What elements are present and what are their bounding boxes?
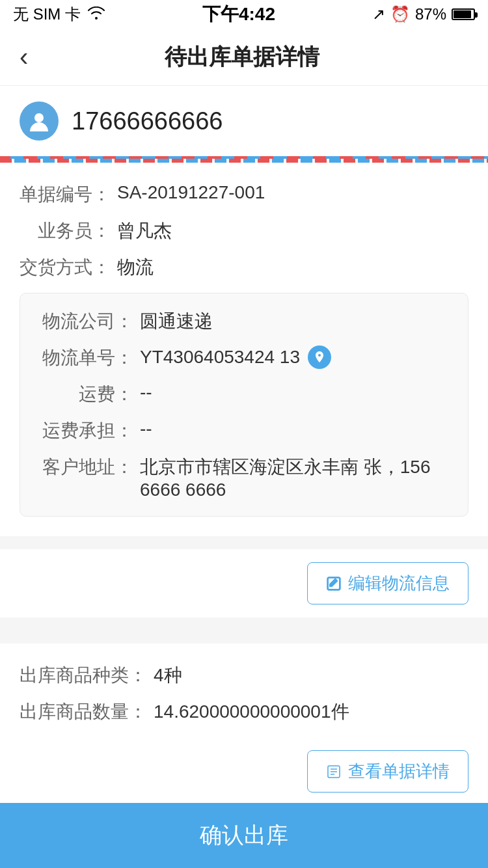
tracking-number-row: 物流单号： YT43064053424 13 (36, 346, 452, 370)
user-phone: 17666666666 (72, 107, 223, 135)
freight-row: 运费： -- (36, 382, 452, 407)
base-info-section: 单据编号： SA-20191227-001 业务员： 曾凡杰 交货方式： 物流 … (0, 163, 488, 536)
alarm-icon: ⏰ (390, 5, 410, 23)
location-active-icon: ↗ (372, 5, 385, 23)
sales-person-label: 业务员： (20, 219, 117, 243)
page-title: 待出库单据详情 (41, 42, 442, 72)
freight-label: 运费： (36, 382, 140, 407)
confirm-bar: 确认出库 (0, 803, 488, 868)
goods-types-label: 出库商品种类： (20, 663, 154, 688)
document-number-row: 单据编号： SA-20191227-001 (20, 182, 468, 207)
tracking-label: 物流单号： (36, 346, 140, 370)
document-number-value: SA-20191227-001 (117, 182, 468, 203)
freight-bearer-row: 运费承担： -- (36, 418, 452, 443)
user-header: 17666666666 (0, 86, 488, 159)
delivery-method-value: 物流 (117, 255, 468, 280)
goods-summary-section: 出库商品种类： 4种 出库商品数量： 14.620000000000001件 (0, 644, 488, 737)
sales-person-row: 业务员： 曾凡杰 (20, 219, 468, 243)
status-left: 无 SIM 卡 (13, 4, 105, 25)
freight-bearer-value: -- (140, 418, 452, 439)
status-right: ↗ ⏰ 87% (372, 5, 475, 23)
customer-address-row: 客户地址： 北京市市辖区海淀区永丰南 张，156 6666 6666 (36, 455, 452, 500)
edit-logistics-label: 编辑物流信息 (348, 572, 450, 595)
confirm-button[interactable]: 确认出库 (0, 803, 488, 868)
goods-quantity-label: 出库商品数量： (20, 699, 154, 724)
goods-types-value: 4种 (154, 663, 468, 688)
edit-logistics-section: 编辑物流信息 (0, 549, 488, 617)
logistics-company-label: 物流公司： (36, 309, 140, 334)
view-details-label: 查看单据详情 (348, 760, 450, 783)
freight-value: -- (140, 382, 452, 403)
tracking-value: YT43064053424 13 (140, 346, 452, 369)
status-time: 下午4:42 (202, 2, 275, 27)
delivery-method-label: 交货方式： (20, 255, 117, 280)
sales-person-value: 曾凡杰 (117, 219, 468, 243)
delivery-method-row: 交货方式： 物流 (20, 255, 468, 280)
view-details-section: 查看单据详情 (0, 737, 488, 806)
view-details-button[interactable]: 查看单据详情 (307, 750, 468, 793)
goods-quantity-value: 14.620000000000001件 (154, 699, 468, 724)
tracking-location-icon[interactable] (308, 346, 331, 369)
logistics-company-value: 圆通速递 (140, 309, 452, 334)
wifi-icon (87, 5, 105, 23)
carrier-text: 无 SIM 卡 (13, 4, 81, 25)
edit-logistics-button[interactable]: 编辑物流信息 (307, 562, 468, 604)
battery-text: 87% (415, 5, 446, 23)
logistics-company-row: 物流公司： 圆通速递 (36, 309, 452, 334)
status-bar: 无 SIM 卡 下午4:42 ↗ ⏰ 87% (0, 0, 488, 29)
battery-icon (452, 8, 475, 20)
goods-types-row: 出库商品种类： 4种 (20, 663, 468, 688)
section-separator-1 (0, 617, 488, 631)
address-value: 北京市市辖区海淀区永丰南 张，156 6666 6666 (140, 455, 452, 500)
address-label: 客户地址： (36, 455, 140, 480)
avatar (20, 102, 59, 141)
goods-quantity-row: 出库商品数量： 14.620000000000001件 (20, 699, 468, 724)
logistics-card: 物流公司： 圆通速递 物流单号： YT43064053424 13 运费： -- (20, 293, 468, 517)
freight-bearer-label: 运费承担： (36, 418, 140, 443)
svg-point-0 (34, 113, 44, 122)
nav-bar: ‹ 待出库单据详情 (0, 29, 488, 86)
document-number-label: 单据编号： (20, 182, 117, 207)
back-button[interactable]: ‹ (20, 42, 28, 72)
